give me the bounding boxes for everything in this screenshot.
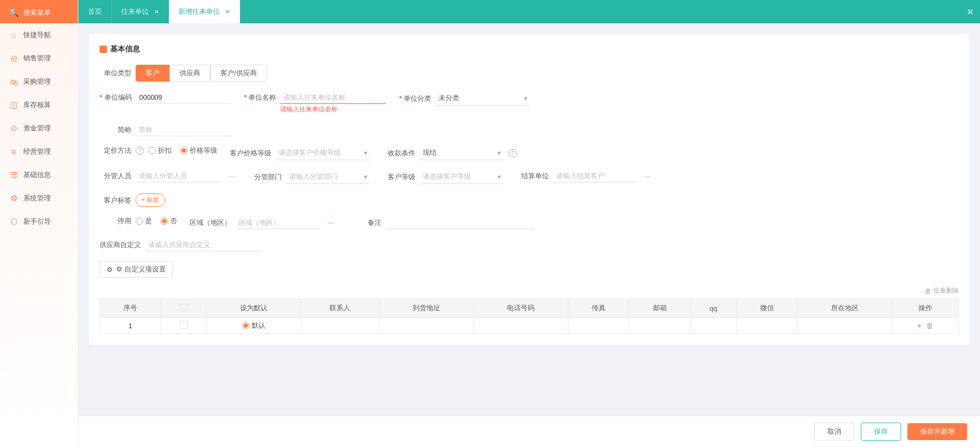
- disabled-group: 停用 是 否: [100, 216, 177, 226]
- row-checkbox-input[interactable]: [180, 321, 188, 329]
- table-body: 1 默认: [100, 318, 959, 334]
- radio-discount[interactable]: 折扣: [148, 146, 172, 155]
- sidebar-item-search[interactable]: 🔍 搜索菜单: [0, 2, 78, 23]
- settlement-label: 结算单位: [517, 171, 549, 181]
- col-wechat: 微信: [736, 299, 797, 318]
- sidebar-item-label: 采购管理: [23, 77, 51, 86]
- radio-no[interactable]: 否: [161, 216, 177, 226]
- radio-yes[interactable]: 是: [136, 216, 152, 226]
- remark-input[interactable]: [386, 216, 534, 229]
- sidebar-item-quick-nav[interactable]: ⌂ 快捷导航: [0, 23, 78, 47]
- tag-group: 客户标签 + 标签: [100, 194, 165, 207]
- manager-group: 分管人员 ···: [100, 170, 237, 182]
- delete-row-button[interactable]: 🗑: [926, 321, 933, 330]
- sidebar-item-base-info[interactable]: ☰ 基础信息: [0, 163, 78, 187]
- disabled-row: 停用 是 否 区域（地区） ···: [100, 216, 959, 229]
- department-label: 分管部门: [250, 172, 282, 182]
- save-and-new-button[interactable]: 保存并新增: [907, 423, 967, 440]
- basic-fields-row: * 单位编码 * 单位名称 请输入往来单位名称 * 单位分类: [100, 91, 959, 114]
- tab-home[interactable]: 首页: [78, 0, 112, 23]
- sidebar-item-system[interactable]: ⚙ 系统管理: [0, 187, 78, 210]
- sidebar-item-finance[interactable]: ⊙ 资金管理: [0, 117, 78, 140]
- close-all-icon[interactable]: ✕: [967, 7, 974, 17]
- unit-name-label: * 单位名称: [244, 93, 277, 102]
- basic-info-card: 基本信息 单位类型 客户 供应商 客户/供应商 * 单位编码: [89, 34, 969, 345]
- sidebar-item-guide[interactable]: ⬡ 新手引导: [0, 210, 78, 233]
- remark-label: 备注: [350, 218, 381, 227]
- custom-settings-button[interactable]: ⚙ ⚙ 自定义项设置: [100, 261, 173, 278]
- add-row-button[interactable]: +: [917, 321, 922, 330]
- unit-type-group: 单位类型 客户 供应商 客户/供应商: [100, 65, 267, 82]
- row-num: 1: [100, 318, 161, 334]
- sidebar-item-label: 快捷导航: [23, 30, 51, 40]
- supplier-custom-input[interactable]: [145, 239, 262, 251]
- batch-delete-label[interactable]: 批量删除: [933, 286, 959, 295]
- row-checkbox: [161, 318, 207, 334]
- price-level-select[interactable]: 请选择客户价格等级 ▾: [275, 146, 371, 160]
- sidebar-item-label: 销售管理: [23, 54, 51, 63]
- payment-terms-select[interactable]: 现结 ▾: [420, 146, 504, 160]
- close-icon[interactable]: ✕: [154, 8, 159, 15]
- more-icon[interactable]: ···: [324, 217, 337, 228]
- help-icon[interactable]: ?: [136, 146, 144, 155]
- help-circle-icon[interactable]: ?: [509, 149, 517, 157]
- manager-input[interactable]: [136, 170, 220, 182]
- sidebar-item-inventory[interactable]: ◫ 库存核算: [0, 93, 78, 117]
- tab-new-partner[interactable]: 新增往来单位 ✕: [169, 0, 240, 23]
- cancel-button[interactable]: 取消: [814, 423, 854, 441]
- unit-code-label: * 单位编码: [100, 93, 132, 102]
- more-icon[interactable]: ···: [642, 171, 655, 181]
- sidebar-item-purchase[interactable]: 🛍 采购管理: [0, 70, 78, 93]
- settings-icon: ⚙: [106, 266, 113, 274]
- tab-label: 往来单位: [121, 7, 149, 16]
- radio-price-level[interactable]: 价格等级: [180, 146, 217, 155]
- unit-category-group: * 单位分类 未分类 ▾: [399, 91, 531, 106]
- supplier-custom-label: 供应商自定义: [100, 240, 141, 250]
- bag-icon: 🛍: [8, 76, 19, 87]
- settlement-input[interactable]: [553, 170, 638, 182]
- sidebar-item-sales[interactable]: ◎ 销售管理: [0, 47, 78, 70]
- customer-level-label: 客户等级: [384, 172, 415, 182]
- close-icon[interactable]: ✕: [225, 8, 230, 15]
- manager-row: 分管人员 ··· 分管部门 请输入分管部门 ▾ 客户等级 请选择客户等级 ▾: [100, 170, 959, 184]
- default-radio[interactable]: 默认: [212, 321, 296, 330]
- unit-name-input[interactable]: [280, 91, 386, 104]
- sidebar-item-label: 系统管理: [23, 194, 51, 203]
- save-button[interactable]: 保存: [861, 423, 901, 441]
- supplier-custom-row: 供应商自定义: [100, 239, 959, 251]
- radio-circle-checked: [161, 217, 168, 225]
- department-select[interactable]: 请输入分管部门 ▾: [286, 170, 371, 184]
- add-tag-button[interactable]: + 标签: [136, 194, 165, 207]
- unit-type-label: 单位类型: [100, 68, 131, 78]
- sidebar-item-operations[interactable]: ≡ 经营管理: [0, 140, 78, 163]
- col-region: 所在地区: [797, 299, 892, 318]
- supplier-custom-group: 供应商自定义: [100, 239, 262, 251]
- contact-table: 序号 设为默认 联系人 到货地址 电话号码 传真 邮箱 qq 微信 所在地区 操…: [100, 299, 959, 334]
- short-name-input[interactable]: [136, 124, 231, 136]
- select-all-checkbox[interactable]: [180, 304, 188, 311]
- tab-partners[interactable]: 往来单位 ✕: [112, 0, 169, 23]
- type-btn-both[interactable]: 客户/供应商: [210, 65, 267, 82]
- short-name-group: 简称: [100, 124, 231, 136]
- region-input[interactable]: [235, 216, 320, 229]
- chevron-down-icon: ▾: [524, 94, 528, 102]
- unit-category-select[interactable]: 未分类 ▾: [435, 91, 531, 106]
- radio-price-level-label: 价格等级: [190, 146, 217, 155]
- more-icon[interactable]: ···: [225, 171, 237, 181]
- type-btn-supplier[interactable]: 供应商: [170, 65, 210, 82]
- chevron-down-icon: ▾: [497, 149, 501, 157]
- info-icon: ☰: [8, 170, 19, 180]
- doc-icon: ≡: [8, 146, 19, 157]
- radio-circle-checked: [180, 147, 188, 154]
- radio-circle: [148, 147, 156, 154]
- home-icon: ⌂: [8, 30, 19, 40]
- type-btn-customer[interactable]: 客户: [136, 65, 170, 82]
- radio-yes-label: 是: [145, 216, 152, 226]
- short-name-label: 简称: [100, 125, 131, 135]
- tab-label: 首页: [88, 7, 102, 16]
- tag-label: 客户标签: [100, 196, 131, 205]
- department-placeholder: 请输入分管部门: [289, 172, 337, 181]
- unit-code-input[interactable]: [136, 91, 231, 104]
- customer-level-select[interactable]: 请选择客户等级 ▾: [420, 170, 504, 184]
- col-contact: 联系人: [301, 299, 379, 318]
